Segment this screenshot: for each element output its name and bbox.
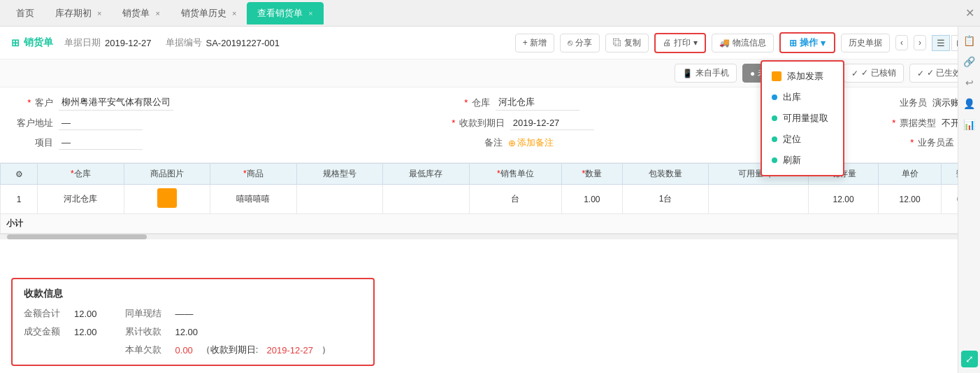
payment-date-label: 收款到期日 xyxy=(452,117,505,129)
info-col-right: 同单现结 —— 累计收款 12.00 本单欠款 0.00 （收款到期日: 201… xyxy=(125,307,331,356)
view-list-button[interactable]: ☰ xyxy=(932,35,950,51)
th-product-img: 商品图片 xyxy=(124,164,210,185)
sidebar-user-icon[interactable]: 👤 xyxy=(961,95,978,112)
cell-available xyxy=(709,185,809,214)
doc-date-label: 单据日期 xyxy=(64,36,101,49)
th-quantity: *数量 xyxy=(561,164,622,185)
window-close-button[interactable]: ✕ xyxy=(965,6,974,20)
subtotal-label: 小计 xyxy=(1,214,980,234)
available-extract-icon xyxy=(772,115,777,121)
add-invoice-icon xyxy=(772,71,781,81)
horizontal-scrollbar[interactable] xyxy=(0,234,980,239)
cell-warehouse: 河北仓库 xyxy=(38,185,124,214)
tab-inventory-init[interactable]: 库存期初 × xyxy=(45,2,112,24)
doc-header: ⊞ 销货单 单据日期 2019-12-27 单据编号 SA-20191227-0… xyxy=(0,27,980,59)
add-note-button[interactable]: ⊕ 添加备注 xyxy=(508,136,554,149)
project-label: 项目 xyxy=(11,136,53,149)
payment-info: 收款信息 金额合计 12.00 成交金额 12.00 同单现结 —— xyxy=(11,278,375,366)
table-row: 1 河北仓库 嘻嘻嘻嘻 台 1.00 1台 12.00 12.00 xyxy=(1,185,980,214)
phone-icon: 📱 xyxy=(682,69,693,78)
operation-dropdown: 添加发票 出库 可用量提取 定位 刷新 xyxy=(761,60,844,176)
address-label: 客户地址 xyxy=(11,117,53,129)
transaction-row: 成交金额 12.00 xyxy=(24,325,97,338)
owed-row: 本单欠款 0.00 （收款到期日: 2019-12-27 ） xyxy=(125,344,331,356)
doc-icon: ⊞ xyxy=(11,37,20,48)
info-rows: 金额合计 12.00 成交金额 12.00 同单现结 —— 累计收款 xyxy=(24,307,362,356)
nav-prev-button[interactable]: ‹ xyxy=(895,35,908,50)
cumulative-value: 12.00 xyxy=(175,327,199,337)
share-icon: ⎋ xyxy=(568,38,572,48)
th-warehouse: *仓库 xyxy=(38,164,124,185)
logistics-button[interactable]: 🚚 物流信息 xyxy=(712,34,774,52)
cell-pack-qty: 1台 xyxy=(622,185,708,214)
th-settings[interactable]: ⚙ xyxy=(1,164,38,185)
tab-view-sales[interactable]: 查看销货单 × xyxy=(247,2,323,24)
th-pack-qty: 包装数量 xyxy=(622,164,708,185)
sidebar-return-icon[interactable]: ↩ xyxy=(961,74,978,91)
check-icon2: ✓ xyxy=(917,69,924,78)
tab-sales-order-close[interactable]: × xyxy=(155,9,159,17)
logistics-icon: 🚚 xyxy=(719,38,730,48)
tab-bar: 首页 库存期初 × 销货单 × 销货单历史 × 查看销货单 × ✕ xyxy=(0,0,980,27)
doc-date-item: 单据日期 2019-12-27 xyxy=(64,36,152,49)
print-button[interactable]: 🖨 打印 ▾ xyxy=(654,33,706,53)
payment-info-title: 收款信息 xyxy=(24,288,362,300)
operation-button[interactable]: ⊞ 操作 ▾ xyxy=(779,32,835,53)
table-wrapper: ⚙ *仓库 商品图片 *商品 规格型号 最低库存 *销售单位 *数量 包装数量 … xyxy=(0,163,980,271)
share-button[interactable]: ⎋ 分享 xyxy=(560,34,600,52)
tab-sales-history[interactable]: 销货单历史 × xyxy=(171,2,247,24)
total-label: 金额合计 xyxy=(24,307,66,320)
operation-grid-icon: ⊞ xyxy=(789,38,797,48)
address-group: 客户地址 — xyxy=(11,116,452,130)
business-label: 业务员孟 xyxy=(910,136,954,149)
project-value: — xyxy=(59,136,143,150)
circle-icon: ● xyxy=(750,69,755,78)
sidebar-clipboard-icon[interactable]: 📋 xyxy=(961,32,978,49)
tab-home[interactable]: 首页 xyxy=(6,2,45,24)
sidebar-chart-icon[interactable]: 📊 xyxy=(961,116,978,133)
doc-date-value: 2019-12-27 xyxy=(105,38,152,48)
payment-date-value: 2019-12-27 xyxy=(510,116,594,130)
operation-dropdown-arrow: ▾ xyxy=(821,38,826,48)
staff-section: 业务员 演示账号 xyxy=(885,97,969,109)
dropdown-available-extract[interactable]: 可用量提取 xyxy=(762,108,843,129)
cell-sales-unit: 台 xyxy=(469,185,561,214)
nav-next-button[interactable]: › xyxy=(914,35,926,50)
total-value: 12.00 xyxy=(74,309,97,319)
sidebar-link-icon[interactable]: 🔗 xyxy=(961,53,978,70)
owed-label: 本单欠款 xyxy=(125,344,167,356)
th-sales-unit: *销售单位 xyxy=(469,164,561,185)
doc-number-value: SA-20191227-001 xyxy=(206,38,280,48)
add-button[interactable]: + 新增 xyxy=(515,34,554,52)
history-button[interactable]: 历史单据 xyxy=(841,34,890,52)
cell-unit-price: 12.00 xyxy=(879,185,941,214)
from-phone-button[interactable]: 📱 来自手机 xyxy=(675,64,737,83)
dropdown-locate[interactable]: 定位 xyxy=(762,129,843,150)
warehouse-label: 仓库 xyxy=(448,97,490,109)
tab-sales-order[interactable]: 销货单 × xyxy=(112,2,170,24)
tab-sales-history-close[interactable]: × xyxy=(232,9,236,17)
status-sold-button[interactable]: ✓ ✓ 已核销 xyxy=(844,64,903,83)
dropdown-add-invoice[interactable]: 添加发票 xyxy=(762,66,843,87)
plus-icon: ⊕ xyxy=(508,138,516,148)
note-label: 备注 xyxy=(461,136,503,149)
customer-value: 柳州粤港平安气体有限公司 xyxy=(59,94,173,111)
same-order-value: —— xyxy=(175,309,194,319)
copy-button[interactable]: ⿻ 复制 xyxy=(605,34,649,52)
tab-view-sales-close[interactable]: × xyxy=(308,9,312,17)
right-sidebar: 📋 🔗 ↩ 👤 📊 ⤢ xyxy=(958,27,980,373)
doc-number-item: 单据编号 SA-20191227-001 xyxy=(166,36,280,49)
cell-product: 嘻嘻嘻嘻 xyxy=(210,185,296,214)
scrollbar-thumb[interactable] xyxy=(7,234,147,239)
sidebar-expand-icon[interactable]: ⤢ xyxy=(961,351,978,367)
customer-label: 客户 xyxy=(11,97,53,109)
owed-suffix2: ） xyxy=(322,344,331,356)
dropdown-refresh[interactable]: 刷新 xyxy=(762,150,843,171)
tab-inventory-init-close[interactable]: × xyxy=(97,9,101,17)
cell-quantity: 1.00 xyxy=(561,185,622,214)
address-value: — xyxy=(59,116,143,130)
cell-spec xyxy=(296,185,382,214)
doc-title: ⊞ 销货单 xyxy=(11,36,53,49)
doc-meta: 单据日期 2019-12-27 单据编号 SA-20191227-001 xyxy=(64,36,280,49)
dropdown-outbound[interactable]: 出库 xyxy=(762,87,843,108)
